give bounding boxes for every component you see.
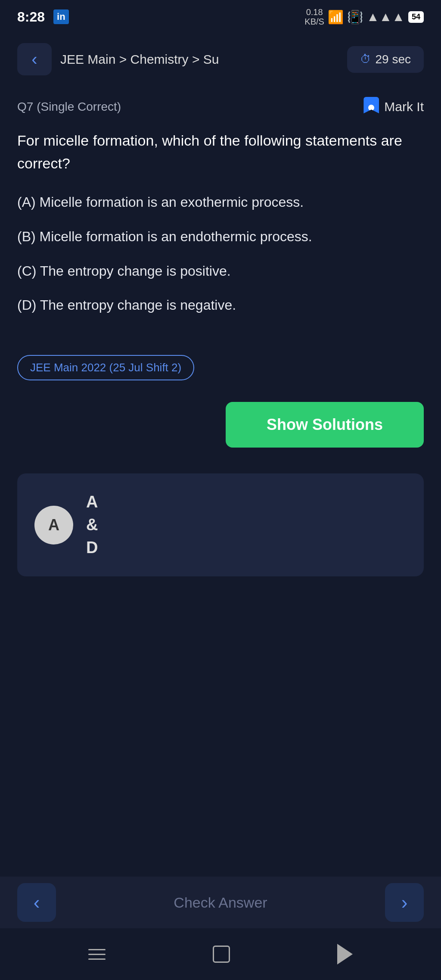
solutions-section: Show Solutions bbox=[0, 393, 441, 465]
show-solutions-button[interactable]: Show Solutions bbox=[226, 402, 424, 448]
answer-text: A&D bbox=[86, 491, 98, 560]
network-icon: ▲▲▲ bbox=[366, 9, 405, 24]
next-button[interactable]: › bbox=[385, 883, 424, 922]
option-b[interactable]: (B) Micelle formation is an endothermic … bbox=[17, 226, 424, 248]
status-right: 0.18KB/S 📶 📳 ▲▲▲ 54 bbox=[304, 7, 424, 26]
timer-value: 29 sec bbox=[376, 53, 411, 66]
status-bar: 8:28 in 0.18KB/S 📶 📳 ▲▲▲ 54 bbox=[0, 0, 441, 30]
timer-icon: ⏱ bbox=[360, 53, 371, 66]
wifi-icon: 📶 bbox=[328, 9, 344, 25]
status-brand: in bbox=[53, 9, 69, 24]
back-icon: ‹ bbox=[31, 50, 37, 69]
back-button[interactable]: ‹ bbox=[17, 43, 52, 75]
option-a[interactable]: (A) Micelle formation is an exothermic p… bbox=[17, 192, 424, 213]
bottom-nav: ‹ Check Answer › bbox=[0, 877, 441, 928]
question-label: Q7 (Single Correct) bbox=[17, 100, 121, 114]
signal-icon: 📳 bbox=[347, 9, 363, 25]
question-text: For micelle formation, which of the foll… bbox=[17, 129, 424, 174]
home-button[interactable] bbox=[213, 946, 230, 963]
next-icon: › bbox=[401, 892, 408, 913]
answer-card: A A&D bbox=[17, 473, 424, 577]
prev-icon: ‹ bbox=[34, 892, 40, 913]
menu-icon[interactable] bbox=[88, 949, 106, 960]
option-d[interactable]: (D) The entropy change is negative. bbox=[17, 295, 424, 316]
mark-it-button[interactable]: Mark It bbox=[363, 97, 424, 116]
answer-avatar: A bbox=[34, 506, 73, 544]
tag-section: JEE Main 2022 (25 Jul Shift 2) bbox=[0, 342, 441, 393]
bookmark-icon bbox=[363, 97, 379, 116]
nav-title: JEE Main > Chemistry > Su bbox=[60, 52, 347, 67]
prev-button[interactable]: ‹ bbox=[17, 883, 56, 922]
mark-it-label: Mark It bbox=[384, 100, 424, 114]
check-answer-label: Check Answer bbox=[174, 894, 267, 911]
timer-display: ⏱ 29 sec bbox=[347, 46, 424, 73]
status-kbs: 0.18KB/S bbox=[304, 7, 324, 26]
back-system-button[interactable] bbox=[337, 944, 353, 964]
avatar-label: A bbox=[48, 516, 59, 534]
exam-tag: JEE Main 2022 (25 Jul Shift 2) bbox=[17, 355, 194, 380]
battery-icon: 54 bbox=[408, 11, 424, 23]
question-content: For micelle formation, which of the foll… bbox=[0, 125, 441, 342]
status-time: 8:28 bbox=[17, 9, 45, 25]
option-c[interactable]: (C) The entropy change is positive. bbox=[17, 261, 424, 282]
question-header: Q7 (Single Correct) Mark It bbox=[0, 88, 441, 125]
nav-bar: ‹ JEE Main > Chemistry > Su ⏱ 29 sec bbox=[0, 34, 441, 84]
status-left: 8:28 in bbox=[17, 9, 69, 25]
system-nav bbox=[0, 928, 441, 980]
